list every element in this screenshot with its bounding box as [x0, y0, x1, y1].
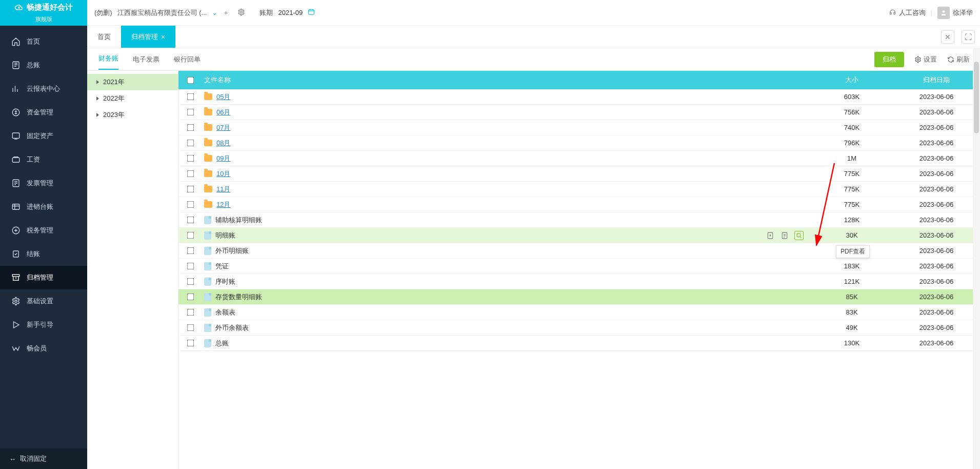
sidebar-item-guide[interactable]: 新手引导: [0, 313, 87, 337]
file-name[interactable]: 外币明细账: [215, 246, 249, 256]
tree-item[interactable]: 2022年: [87, 90, 178, 107]
file-date: 2023-06-06: [893, 170, 980, 178]
sub-toolbar-strip: 财务账电子发票银行回单 归档 设置 刷新: [87, 48, 980, 71]
file-icon: [204, 308, 211, 317]
sidebar-pin-label: 取消固定: [20, 454, 47, 463]
file-date: 2023-06-06: [893, 124, 980, 131]
file-name-link[interactable]: 12月: [216, 200, 230, 209]
file-name[interactable]: 凭证: [215, 262, 229, 271]
sidebar-item-label: 首页: [27, 37, 40, 46]
company-selector[interactable]: 江西服宝精品有限责任公司 (...: [117, 8, 207, 17]
period-value[interactable]: 2021-09: [278, 9, 303, 16]
table-row: 总账 130K 2023-06-06: [178, 336, 980, 351]
file-name[interactable]: 序时账: [215, 277, 235, 286]
sidebar-pin-toggle[interactable]: ↔ 取消固定: [0, 448, 87, 469]
plus-icon[interactable]: ＋: [223, 8, 229, 17]
export-icon[interactable]: [766, 231, 775, 240]
file-name[interactable]: 明细账: [215, 231, 235, 240]
pdf-view-icon[interactable]: [794, 231, 804, 240]
sidebar-item-label: 新手引导: [27, 320, 53, 329]
sidebar-item-invoice[interactable]: 发票管理: [0, 171, 87, 195]
file-name-link[interactable]: 06月: [216, 108, 230, 117]
pdf-icon[interactable]: [780, 231, 789, 240]
row-checkbox[interactable]: [187, 170, 194, 178]
sidebar-item-tax[interactable]: 税务管理: [0, 219, 87, 242]
file-name-link[interactable]: 10月: [216, 169, 230, 179]
row-checkbox[interactable]: [187, 217, 194, 224]
page-tab-label: 归档管理: [131, 32, 158, 42]
inner-tab[interactable]: 财务账: [98, 54, 118, 70]
row-checkbox[interactable]: [187, 109, 194, 116]
sidebar-item-close[interactable]: 结账: [0, 242, 87, 266]
file-name[interactable]: 外币余额表: [215, 323, 249, 333]
sidebar-item-member[interactable]: 畅会员: [0, 337, 87, 360]
close-tab-button[interactable]: ✕: [941, 30, 954, 44]
folder-icon: [204, 170, 212, 177]
file-name-link[interactable]: 08月: [216, 139, 230, 148]
refresh-link[interactable]: 刷新: [947, 55, 970, 64]
gear-icon[interactable]: [237, 8, 245, 17]
file-icon: [204, 278, 211, 286]
inner-tab[interactable]: 电子发票: [133, 55, 159, 70]
row-checkbox[interactable]: [187, 324, 194, 331]
sidebar-item-fund[interactable]: 资金管理: [0, 101, 87, 124]
row-checkbox[interactable]: [187, 294, 194, 301]
row-checkbox[interactable]: [187, 232, 194, 239]
member-icon: [11, 344, 21, 353]
chevron-down-icon[interactable]: ⌄: [212, 9, 217, 16]
tree-item[interactable]: 2021年: [87, 74, 178, 90]
settings-link[interactable]: 设置: [914, 55, 937, 64]
archive-icon: [11, 273, 21, 282]
row-checkbox[interactable]: [187, 93, 194, 101]
row-checkbox[interactable]: [187, 124, 194, 131]
row-checkbox[interactable]: [187, 140, 194, 147]
row-checkbox[interactable]: [187, 278, 194, 285]
support-link[interactable]: 人工咨询: [889, 8, 926, 17]
page-tab[interactable]: 归档管理×: [121, 26, 175, 48]
file-name-link[interactable]: 09月: [216, 154, 230, 163]
row-checkbox[interactable]: [187, 263, 194, 270]
inner-tab[interactable]: 银行回单: [174, 55, 201, 70]
sidebar-item-asset[interactable]: 固定资产: [0, 124, 87, 148]
select-all-checkbox[interactable]: [187, 76, 194, 84]
sidebar-item-archive[interactable]: 归档管理: [0, 266, 87, 289]
svg-rect-2: [12, 133, 19, 139]
inner-tabs: 财务账电子发票银行回单: [87, 48, 212, 70]
file-name-link[interactable]: 07月: [216, 123, 230, 132]
caret-right-icon: [96, 80, 99, 84]
sidebar-item-salary[interactable]: 工资: [0, 148, 87, 171]
file-name-link[interactable]: 05月: [216, 92, 230, 102]
sidebar-item-ledger[interactable]: 总账: [0, 53, 87, 77]
table-row: 10月 775K 2023-06-06: [178, 166, 980, 182]
inout-icon: [11, 202, 21, 211]
close-icon[interactable]: ×: [161, 33, 165, 41]
file-name[interactable]: 总账: [215, 339, 229, 348]
file-date: 2023-06-06: [893, 93, 980, 101]
scrollbar-thumb[interactable]: [974, 62, 979, 133]
page-tab[interactable]: 首页: [87, 26, 121, 48]
svg-point-17: [797, 233, 801, 237]
file-size: 740K: [811, 124, 893, 131]
file-date: 2023-06-06: [893, 293, 980, 301]
row-checkbox[interactable]: [187, 201, 194, 208]
sidebar-item-home[interactable]: 首页: [0, 30, 87, 53]
file-name[interactable]: 余额表: [215, 308, 235, 317]
row-checkbox[interactable]: [187, 309, 194, 316]
username: 徐泽华: [953, 8, 973, 17]
row-checkbox[interactable]: [187, 247, 194, 255]
row-checkbox[interactable]: [187, 155, 194, 162]
row-checkbox[interactable]: [187, 186, 194, 193]
file-name-link[interactable]: 11月: [216, 185, 230, 194]
calendar-icon[interactable]: [308, 8, 315, 17]
archive-button[interactable]: 归档: [874, 52, 904, 67]
sidebar-item-settings[interactable]: 基础设置: [0, 289, 87, 313]
fullscreen-button[interactable]: ⛶: [962, 30, 975, 44]
sidebar-item-inout[interactable]: 进销台账: [0, 195, 87, 219]
tree-item[interactable]: 2023年: [87, 107, 178, 123]
file-name[interactable]: 存货数量明细账: [215, 292, 262, 302]
file-name[interactable]: 辅助核算明细账: [215, 216, 262, 225]
table-row: 明细账 30K 2023-06-06: [178, 228, 980, 243]
row-checkbox[interactable]: [187, 340, 194, 347]
sidebar-item-report[interactable]: 云报表中心: [0, 77, 87, 101]
user-menu[interactable]: 徐泽华: [937, 7, 973, 19]
